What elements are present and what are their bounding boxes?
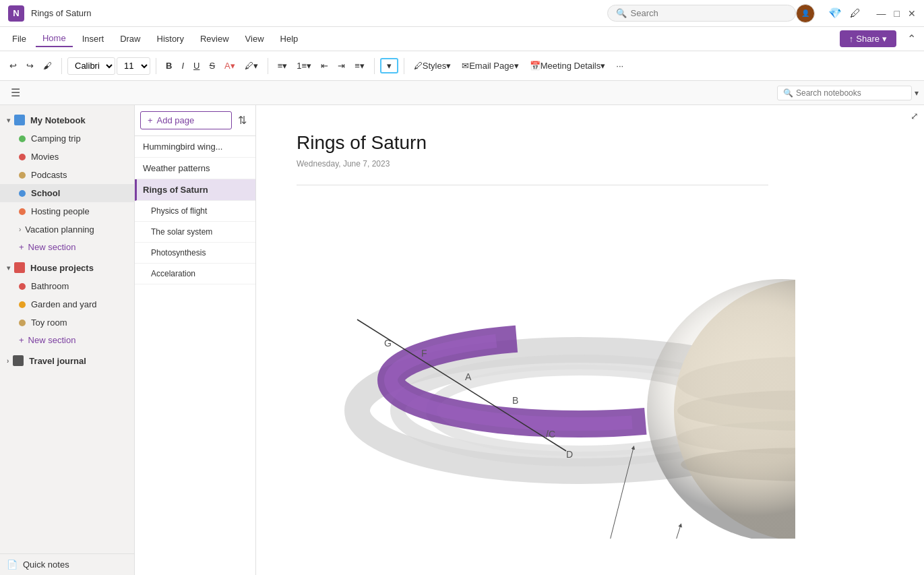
search-notebooks-icon: 🔍 [783,88,793,98]
menu-history[interactable]: History [150,31,191,47]
page-item-physics[interactable]: Physics of flight [135,201,255,222]
collapse-ribbon-button[interactable]: ⌃ [904,30,919,48]
page-item-accelaration[interactable]: Accelaration [135,264,255,284]
sidebar-item-toy-room[interactable]: Toy room [0,313,134,332]
close-button[interactable]: ✕ [908,8,916,19]
notebook-travel-journal: › Travel journal [0,351,134,370]
search-icon: 🔍 [616,8,627,18]
numbered-list-button[interactable]: 1≡▾ [292,58,315,73]
divider-4 [374,58,375,74]
pen-icon[interactable]: 🖊 [850,7,861,20]
menu-bar: File Home Insert Draw History Review Vie… [0,27,924,51]
menu-help[interactable]: Help [274,31,305,47]
toolbar: ↩ ↪ 🖌 Calibri 11 B I U S A▾ 🖊▾ ≡▾ 1≡▾ ⇤ … [0,51,924,81]
add-page-button[interactable]: + Add page [140,111,232,129]
page-item-rings-of-saturn[interactable]: Rings of Saturn [135,179,255,201]
search-dropdown-button[interactable]: ▾ [915,88,919,98]
font-group: Calibri 11 [67,57,150,75]
section-dot [19,320,26,326]
section-dot [19,301,26,308]
section-dot [19,283,26,290]
sidebar: ▾ My Notebook Camping trip Movies Podcas… [0,105,135,575]
line-color-button[interactable]: ▾ [380,58,398,73]
page-date: Wednesday, June 7, 2023 [297,159,884,169]
svg-text:A: A [465,371,472,382]
font-name-select[interactable]: Calibri [67,57,115,75]
redo-button[interactable]: ↪ [22,58,38,73]
increase-indent-button[interactable]: ⇥ [334,58,349,73]
more-button[interactable]: ··· [612,58,627,73]
section-dot [19,154,26,160]
italic-button[interactable]: I [177,58,188,73]
page-item-weather[interactable]: Weather patterns [135,158,255,179]
undo-button[interactable]: ↩ [5,58,21,73]
meeting-details-button[interactable]: 📅 Meeting Details ▾ [526,58,610,73]
bullet-list-button[interactable]: ≡▾ [274,58,292,73]
chevron-down-icon: ▾ [7,117,10,124]
saturn-illustration: G F A B /C D Enke division Cassini divis… [297,202,795,539]
sidebar-item-podcasts[interactable]: Podcasts [0,166,134,184]
font-size-select[interactable]: 11 [117,57,150,75]
global-search-bar[interactable]: 🔍 [607,5,796,22]
content-area: ⤢ Rings of Saturn Wednesday, June 7, 202… [256,105,924,575]
quick-notes-button[interactable]: 📄 Quick notes [0,553,135,575]
section-dot [19,208,26,215]
section-dot [19,172,26,179]
svg-point-10 [647,279,795,539]
global-search-input[interactable] [631,8,779,18]
notebook-search-bar[interactable]: 🔍 [777,86,912,100]
page-title[interactable]: Rings of Saturn [297,132,884,154]
svg-text:F: F [421,348,427,359]
menu-draw[interactable]: Draw [113,31,147,47]
menu-insert[interactable]: Insert [75,31,111,47]
diamond-icon[interactable]: 💎 [828,7,842,20]
menu-file[interactable]: File [5,31,33,47]
sidebar-item-school[interactable]: School [0,184,134,202]
sidebar-item-garden[interactable]: Garden and yard [0,295,134,313]
minimize-button[interactable]: — [877,8,886,19]
share-button[interactable]: ↑ Share ▾ [840,30,896,47]
svg-text:/C: /C [546,429,555,440]
svg-text:B: B [512,395,518,406]
menu-home[interactable]: Home [36,30,73,47]
sidebar-item-vacation-planning[interactable]: › Vacation planning [0,220,134,239]
sidebar-item-movies[interactable]: Movies [0,148,134,166]
hamburger-menu-button[interactable]: ☰ [5,84,26,102]
page-item-photosynthesis[interactable]: Photosynthesis [135,243,255,264]
svg-text:D: D [566,449,573,460]
text-format-group: B I U S A▾ 🖊▾ [162,58,262,73]
expand-button[interactable]: ⤢ [911,111,919,121]
menu-view[interactable]: View [239,31,271,47]
strikethrough-button[interactable]: S [205,58,219,73]
highlight-button[interactable]: 🖊▾ [241,58,262,73]
notebook-my-notebook-header[interactable]: ▾ My Notebook [0,111,134,129]
font-color-button[interactable]: A▾ [220,58,239,73]
format-painter-button[interactable]: 🖌 [39,58,56,73]
underline-button[interactable]: U [189,58,204,73]
align-button[interactable]: ≡▾ [350,58,369,73]
sidebar-new-section-house[interactable]: +New section [0,332,134,349]
window-controls[interactable]: — □ ✕ [877,8,916,19]
notebook-travel-journal-header[interactable]: › Travel journal [0,351,134,370]
decrease-indent-button[interactable]: ⇤ [317,58,332,73]
email-page-button[interactable]: ✉ Email Page ▾ [458,58,522,73]
styles-button[interactable]: 🖊 Styles ▾ [410,58,455,73]
avatar[interactable]: 👤 [796,4,815,23]
bold-button[interactable]: B [162,58,176,73]
share-icon: ↑ [849,34,854,44]
add-icon: + [148,115,153,125]
divider-3 [268,58,268,74]
title-bar: N Rings of Saturn 🔍 👤 💎 🖊 — □ ✕ [0,0,924,27]
maximize-button[interactable]: □ [894,8,900,19]
sidebar-item-camping-trip[interactable]: Camping trip [0,129,134,148]
sidebar-item-bathroom[interactable]: Bathroom [0,277,134,295]
chevron-right-icon: › [19,226,21,233]
sidebar-new-section-my-notebook[interactable]: +New section [0,239,134,255]
page-item-hummingbird[interactable]: Hummingbird wing... [135,136,255,158]
page-item-solar-system[interactable]: The solar system [135,222,255,243]
notebook-search-input[interactable] [796,88,904,98]
sort-pages-button[interactable]: ⇅ [235,111,250,130]
menu-review[interactable]: Review [193,31,236,47]
sidebar-item-hosting-people[interactable]: Hosting people [0,202,134,220]
notebook-house-projects-header[interactable]: ▾ House projects [0,258,134,277]
